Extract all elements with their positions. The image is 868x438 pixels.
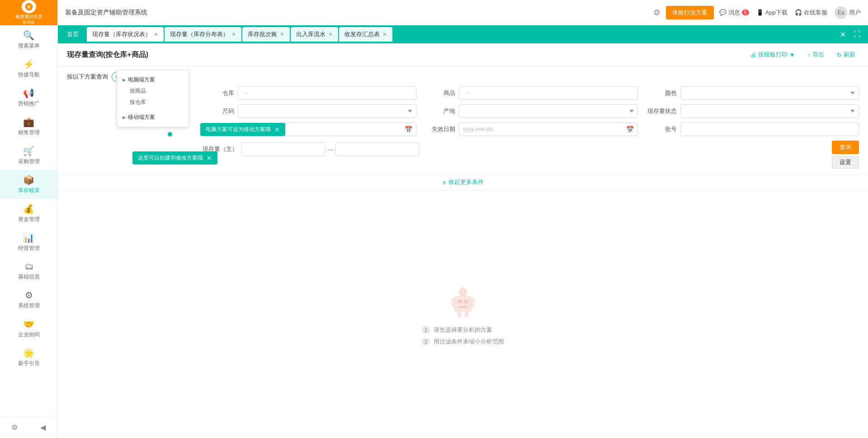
scheme-group-mobile-header[interactable]: ▶ 移动端方案 [117,112,189,123]
calendar-icon-manufacture[interactable]: 📅 [405,126,412,133]
collapse-label: 收起更多条件 [448,178,484,186]
inventory-icon: 📦 [23,174,34,185]
batch-label: 批号 [645,125,677,133]
logo-icon: 好 [22,0,36,13]
tab-receive-summary[interactable]: 收发存汇总表 ✕ [339,27,392,42]
user-menu[interactable]: Ea 用户 [835,6,861,19]
empty-tip-2: 2 用过滤条件来缩小分析范围 [422,338,504,346]
tab-close-icon[interactable]: ✕ [231,31,236,38]
filter-size: 尺码 [203,104,416,118]
tab-close-icon[interactable]: ✕ [382,31,387,38]
filter-grid-row4: 现存量（主） — [203,142,825,156]
print-button[interactable]: 🖨 按模板打印 ▼ [747,49,799,61]
sidebar-item-operation[interactable]: 📊 经营管理 [0,228,57,257]
tip-text-1: 请先选择要分析的方案 [434,326,492,334]
tab-inout-flow[interactable]: 出入库流水 ✕ [291,27,338,42]
sidebar-item-label: 采购管理 [18,158,40,165]
sidebar-item-marketing[interactable]: 📢 营销推广 [0,83,57,112]
sidebar-item-finance[interactable]: 💰 资金管理 [0,199,57,228]
sidebar-item-purchase[interactable]: 🛒 采购管理 [0,141,57,170]
tab-close-icon[interactable]: ✕ [328,31,333,38]
reset-button[interactable]: 设置 [832,156,859,169]
industry-plan-button[interactable]: 体验行业方案 [666,6,714,19]
stock-main-from[interactable] [241,142,326,156]
tab-close-icon[interactable]: ✕ [154,31,158,38]
origin-label: 产地 [424,107,455,115]
svg-text:好: 好 [27,5,31,9]
app-download-button[interactable]: 📱 App下载 [756,9,788,17]
scheme-item-warehouse[interactable]: 按仓库 [117,97,189,108]
filter-stock-main: 现存量（主） — [203,142,420,156]
system-icon: ⚙ [25,290,33,301]
title-actions: 🖨 按模板打印 ▼ ↑ 导出 ↻ 刷新 [747,49,859,61]
tab-close-icon[interactable]: ✕ [280,31,284,38]
calendar-icon-expire[interactable]: 📅 [626,126,634,133]
online-support-button[interactable]: 🎧 在线客服 [795,9,827,17]
search-button[interactable]: 查询 [832,141,859,154]
origin-select[interactable] [459,104,637,118]
collapse-sidebar-button[interactable]: ◀ [36,420,50,434]
sidebar-item-system[interactable]: ⚙ 系统管理 [0,285,57,314]
settings-gear-icon[interactable]: ⚙ [653,8,660,18]
message-button[interactable]: 💬 消息 6 [719,9,749,17]
svg-rect-3 [458,300,462,303]
scheme-item-goods[interactable]: 按商品 [117,85,189,97]
print-icon: 🖨 [750,52,756,58]
scheme-group-pc-label: 电脑端方案 [128,76,155,84]
stock-status-select[interactable] [680,104,859,118]
tooltip-text-2: 这里可以创建和修改方案哦 [138,154,203,162]
sidebar-item-sales[interactable]: 💼 销售管理 [0,112,57,141]
tab-close-all-icon[interactable]: ✕ [837,29,848,40]
sidebar-item-enterprise[interactable]: 🤝 企业协同 [0,314,57,343]
sidebar-item-label: 营销推广 [18,100,40,108]
main-area: 装备及固定资产辅助管理系统 ⚙ 体验行业方案 💬 消息 6 📱 App下载 🎧 … [58,0,868,438]
color-select[interactable] [680,86,859,100]
refresh-button[interactable]: ↻ 刷新 [833,49,859,61]
tooltip-close-1[interactable]: ✕ [274,126,280,133]
settings-button[interactable]: ⚙ [7,420,22,434]
empty-state: 1 请先选择要分析的方案 2 用过滤条件来缩小分析范围 [58,190,868,438]
export-button[interactable]: ↑ 导出 [804,49,828,61]
sidebar-item-label: 资金管理 [18,216,40,223]
sidebar-item-guide[interactable]: 🌟 新手引导 [0,343,57,372]
tip-num-2: 2 [422,338,430,346]
filter-expire-date: 失效日期 yyyy-mm-dd 📅 [424,122,637,136]
tooltip-create-scheme: 这里可以创建和修改方案哦 ✕ [132,151,217,165]
svg-rect-2 [454,296,472,312]
filter-color: 颜色 [645,86,859,100]
sidebar-item-search[interactable]: 🔍 搜索菜单 [0,25,57,54]
svg-rect-13 [461,288,465,289]
sidebar-item-label: 销售管理 [18,129,40,137]
scheme-group-pc-header[interactable]: ▶ 电脑端方案 [117,74,189,85]
goods-input[interactable]: ··· [459,86,637,100]
print-dropdown-icon: ▼ [789,52,795,58]
tab-batch-account[interactable]: 库存批次账 ✕ [242,27,290,42]
tip-text-2: 用过滤条件来缩小分析范围 [434,338,504,346]
search-icon: 🔍 [23,30,34,41]
tab-inventory-dist[interactable]: 现存量（库存分布表） ✕ [165,27,241,42]
header-right: 💬 消息 6 📱 App下载 🎧 在线客服 Ea 用户 [719,6,861,19]
sidebar-item-basic[interactable]: 🗂 基础信息 [0,257,57,285]
logo-sub: 标准版 [23,19,35,25]
stock-main-to[interactable] [335,142,420,156]
warehouse-input[interactable]: ··· [238,86,416,100]
page-title: 现存量查询(按仓库+商品) [67,50,148,60]
tab-fullscreen-icon[interactable]: ⛶ [852,29,863,40]
finance-icon: 💰 [23,203,34,214]
sidebar-item-inventory[interactable]: 📦 库存核算 [0,170,57,199]
export-icon: ↑ [808,52,811,58]
batch-input[interactable] [680,122,859,136]
sidebar-item-quicknav[interactable]: ⚡ 快捷导航 [0,54,57,83]
scheme-group-mobile: ▶ 移动端方案 [117,110,189,125]
expire-date-input[interactable]: yyyy-mm-dd 📅 [459,122,637,136]
filter-warehouse: 仓库 ··· [203,86,416,100]
tooltip-close-2[interactable]: ✕ [207,155,212,162]
range-separator: — [327,146,334,153]
sales-icon: 💼 [23,117,34,127]
collapse-button[interactable]: ∧ 收起更多条件 [442,178,484,186]
sidebar-logo: 好 畅捷通好生意 标准版 [0,0,57,25]
tab-inventory-status[interactable]: 现存量（库存状况表） ✕ [87,27,164,42]
tab-home[interactable]: 首页 [60,25,86,43]
size-select[interactable] [238,104,416,118]
tooltip-text-1: 电脑方案可设为移动方案哦 [206,126,271,133]
